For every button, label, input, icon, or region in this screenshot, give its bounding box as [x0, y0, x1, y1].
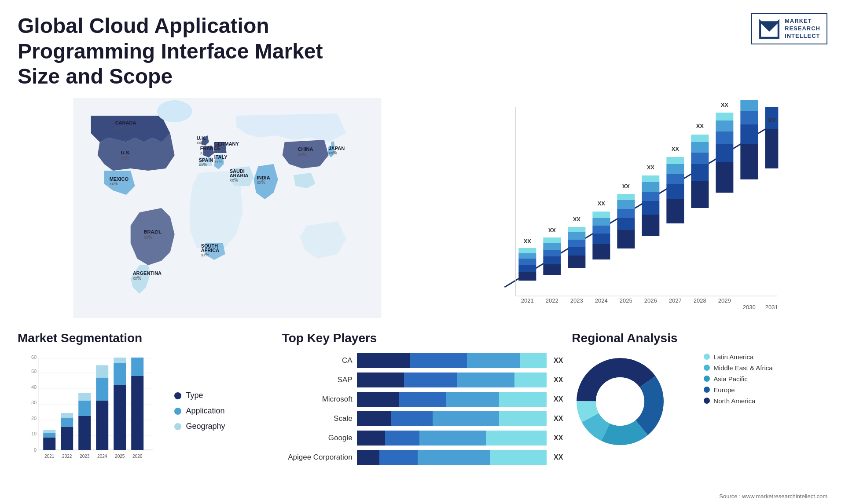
regional-chart: Latin America Middle East & Africa Asia …	[572, 353, 827, 473]
player-xx-apigee: XX	[554, 453, 563, 461]
svg-rect-82	[667, 199, 684, 223]
svg-rect-135	[78, 416, 91, 450]
svg-text:xx%: xx%	[201, 252, 209, 257]
svg-rect-99	[716, 121, 734, 131]
svg-rect-137	[78, 393, 91, 401]
svg-rect-63	[593, 226, 610, 234]
key-players-section: Top Key Players CA XX	[282, 331, 563, 473]
player-row-sap: SAP XX	[282, 373, 563, 387]
svg-rect-132	[61, 417, 73, 427]
svg-rect-54	[568, 256, 586, 268]
player-bar-scale	[357, 411, 547, 426]
player-bar-google	[357, 431, 547, 446]
svg-rect-139	[96, 401, 108, 450]
svg-text:CHINA: CHINA	[298, 146, 313, 152]
svg-text:XX: XX	[573, 216, 581, 223]
svg-text:2021: 2021	[521, 297, 534, 304]
regional-bottom: Latin America Middle East & Africa Asia …	[572, 353, 827, 473]
reg-label-latin: Latin America	[713, 353, 753, 361]
svg-text:xx%: xx%	[230, 178, 238, 183]
svg-text:2031: 2031	[765, 304, 778, 310]
regional-title: Regional Analysis	[572, 331, 827, 345]
svg-text:xx%: xx%	[121, 156, 129, 161]
svg-text:50: 50	[31, 369, 37, 374]
svg-text:2024: 2024	[97, 454, 107, 459]
player-name-google: Google	[282, 434, 353, 442]
reg-dot-europe	[704, 387, 710, 393]
svg-text:10: 10	[31, 431, 37, 436]
donut-chart	[572, 353, 686, 467]
legend-type: Type	[174, 391, 273, 400]
player-bar-microsoft	[357, 392, 547, 407]
svg-rect-148	[131, 358, 143, 376]
svg-rect-78	[642, 182, 660, 192]
reg-dot-mea	[704, 365, 710, 371]
svg-rect-71	[617, 200, 635, 209]
svg-text:XX: XX	[548, 227, 556, 234]
svg-text:2021: 2021	[44, 454, 55, 459]
segmentation-title: Market Segmentation	[18, 331, 273, 345]
svg-rect-61	[593, 244, 610, 259]
player-name-scale: Scale	[282, 414, 353, 423]
logo: MARKET RESEARCH INTELLECT	[751, 13, 827, 44]
svg-rect-129	[43, 430, 55, 433]
bar-chart-container: XX 2021 XX 2022 XX 2023	[446, 98, 827, 318]
svg-rect-92	[691, 142, 709, 153]
svg-point-155	[596, 377, 644, 426]
player-xx-google: XX	[554, 434, 563, 442]
svg-text:2022: 2022	[546, 297, 558, 304]
svg-text:xx%: xx%	[197, 140, 205, 145]
legend-dot-geo	[174, 423, 181, 430]
svg-rect-41	[519, 265, 536, 272]
svg-rect-108	[765, 129, 779, 168]
svg-text:xx%: xx%	[200, 150, 209, 155]
svg-rect-48	[544, 256, 561, 264]
seg-chart-svg: 0 10 20 30 40 50 60	[18, 353, 165, 467]
svg-rect-90	[691, 164, 709, 181]
donut-svg	[572, 353, 669, 450]
svg-rect-89	[691, 181, 709, 208]
legend-geo-label: Geography	[186, 422, 225, 431]
logo-text: MARKET RESEARCH INTELLECT	[785, 18, 820, 40]
legend-app-label: Application	[186, 406, 224, 416]
svg-text:xx%: xx%	[257, 180, 265, 185]
svg-rect-44	[519, 248, 536, 253]
svg-rect-51	[544, 237, 561, 243]
svg-rect-70	[617, 209, 635, 218]
seg-chart-area: 0 10 20 30 40 50 60	[18, 353, 273, 469]
svg-marker-1	[760, 22, 779, 31]
reg-label-asia: Asia Pacific	[713, 375, 748, 383]
svg-text:20: 20	[31, 416, 37, 421]
world-map-svg: CANADA xx% U.S. xx% MEXICO xx% BRAZIL xx…	[18, 98, 437, 318]
reg-dot-latin	[704, 354, 710, 360]
svg-rect-141	[96, 365, 108, 377]
svg-text:XX: XX	[696, 123, 704, 129]
svg-rect-43	[519, 253, 536, 259]
bar-chart-svg: XX 2021 XX 2022 XX 2023	[446, 98, 827, 318]
player-row-ca: CA XX	[282, 353, 563, 368]
seg-legend: Type Application Geography	[174, 391, 273, 431]
svg-rect-97	[716, 144, 734, 162]
player-xx-ca: XX	[554, 357, 563, 365]
reg-dot-na	[704, 398, 710, 404]
svg-text:2022: 2022	[62, 454, 72, 459]
svg-text:xx%: xx%	[298, 152, 306, 157]
svg-text:XX: XX	[647, 164, 655, 171]
source-text: Source : www.marketresearchintellect.com	[719, 493, 827, 500]
svg-text:XX: XX	[721, 102, 729, 108]
key-players-title: Top Key Players	[282, 331, 563, 345]
svg-text:40: 40	[31, 384, 37, 390]
svg-rect-49	[544, 250, 561, 256]
svg-rect-42	[519, 259, 536, 265]
svg-text:2030: 2030	[743, 304, 756, 310]
player-row-apigee: Apigee Corporation XX	[282, 450, 563, 465]
svg-rect-127	[43, 438, 55, 450]
legend-dot-type	[174, 392, 181, 399]
svg-rect-140	[96, 377, 108, 401]
legend-type-label: Type	[186, 391, 203, 400]
player-xx-sap: XX	[554, 376, 563, 384]
players-chart: CA XX SAP	[282, 353, 563, 465]
player-row-microsoft: Microsoft XX	[282, 392, 563, 407]
svg-rect-65	[593, 212, 610, 218]
svg-rect-64	[593, 218, 610, 226]
